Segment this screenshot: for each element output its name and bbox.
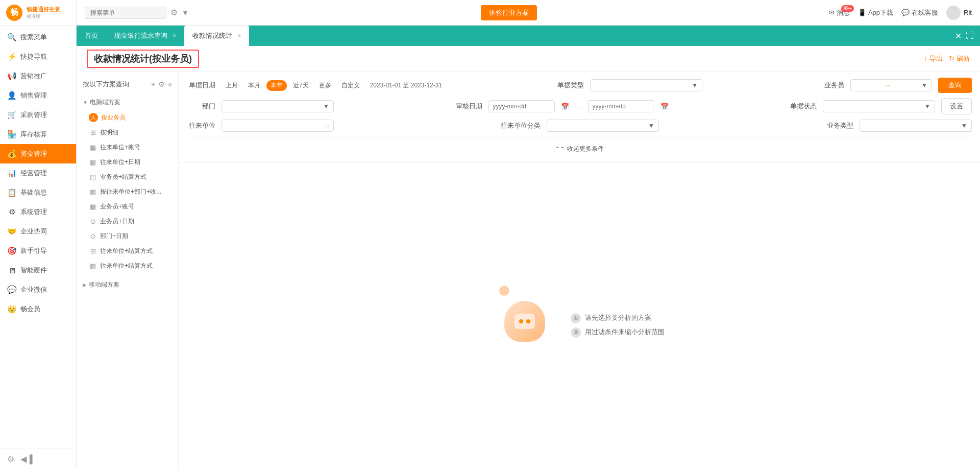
scheme-item-partner-settlement1[interactable]: ⊞ 往来单位+结算方式 [77,244,178,259]
tab-close-all-icon[interactable]: ✕ [955,31,962,41]
settings-btn[interactable]: 设置 [941,98,972,114]
scheme-item-label: 按明细 [100,128,118,137]
member-icon: 👑 [7,304,16,314]
sidebar-item-search-menu[interactable]: 🔍 搜索菜单 [0,28,76,47]
scheme-item-salesperson-account[interactable]: ▦ 业务员+账号 [77,199,178,214]
clock-icon: ⊙ [89,218,97,226]
hint-text-2: 用过滤条件来缩小分析范围 [585,327,665,337]
sidebar-item-basic-info[interactable]: 📋 基础信息 [0,183,76,202]
scheme-item-salesperson-settlement[interactable]: ▤ 业务员+结算方式 [77,170,178,184]
body-layout: 按以下方案查询 + ⚙ « ▼ 电脑端方案 人 按业务员 [77,72,980,469]
scheme-group-mobile-header[interactable]: ▶ 移动端方案 [77,277,178,292]
sidebar-item-finance[interactable]: 💰 资金管理 [0,144,76,163]
page-title: 收款情况统计(按业务员) [87,50,199,68]
scheme-item-label: 往来单位+结算方式 [100,262,153,270]
date-tab-7days[interactable]: 近7天 [289,80,313,91]
header-dropdown-icon[interactable]: ▼ [182,9,189,17]
sidebar-item-quick-nav[interactable]: ⚡ 快捷导航 [0,47,76,66]
date-tab-custom[interactable]: 自定义 [337,80,364,91]
tab-fullscreen-icon[interactable]: ⛶ [966,31,974,40]
refresh-btn[interactable]: ↻ 刷新 [949,54,970,63]
scheme-item-detail[interactable]: ⊞ 按明细 [77,125,178,140]
date-tab-this-year[interactable]: 本年 [266,80,287,91]
scheme-item-partner-dept[interactable]: ▦ 按往来单位+部门+收... [77,184,178,199]
dept-dropdown-icon: ▼ [323,103,329,110]
approval-date-from[interactable] [488,100,555,112]
tab-home[interactable]: 首页 [77,26,106,46]
date-tab-more[interactable]: 更多 [315,80,335,91]
sidebar: 畅 畅捷通好生意 标准版 🔍 搜索菜单 ⚡ 快捷导航 📢 营销推广 👤 销售管理… [0,0,77,469]
filter-row-1: 单据日期 上月 本月 本年 近7天 更多 自定义 2023-01-01 至 20… [187,78,972,93]
tab-bank-flow-close[interactable]: × [173,32,176,39]
scheme-item-partner-date[interactable]: ▦ 往来单位+日期 [77,155,178,170]
calendar-to-icon[interactable]: 📅 [660,103,669,110]
date-tab-this-month[interactable]: 本月 [244,80,264,91]
export-btn[interactable]: ↑ 导出 [924,54,943,63]
tab-receipt-stats-close[interactable]: × [237,32,241,39]
search-menu-input[interactable] [85,7,166,19]
scheme-item-partner-settlement2[interactable]: ▦ 往来单位+结算方式 [77,259,178,273]
sidebar-item-label: 企业协同 [20,227,47,236]
sidebar-item-label: 营销推广 [20,72,47,81]
sidebar-settings-icon[interactable]: ⚙ [7,454,14,464]
scheme-item-salesperson-date[interactable]: ⊙ 业务员+日期 [77,214,178,229]
sidebar-item-wechat[interactable]: 💬 企业微信 [0,280,76,299]
tab-receipt-stats[interactable]: 收款情况统计 × [184,26,249,46]
sidebar-item-member[interactable]: 👑 畅会员 [0,299,76,319]
scheme-group-desktop-header[interactable]: ▼ 电脑端方案 [77,95,178,110]
sidebar-item-smart-hw[interactable]: 🖥 智能硬件 [0,261,76,280]
sidebar-item-sales[interactable]: 👤 销售管理 [0,86,76,105]
doc-status-select[interactable]: ▼ [823,100,935,112]
scheme-item-by-salesperson[interactable]: 人 按业务员 [77,110,178,125]
empty-hints: ① 请先选择要分析的方案 ② 用过滤条件来缩小分析范围 [571,313,665,342]
sidebar-item-guide[interactable]: 🎯 新手引导 [0,241,76,261]
table3-icon: ▦ [89,188,97,196]
scheme-add-icon[interactable]: + [151,80,155,88]
sidebar-item-purchase[interactable]: 🛒 采购管理 [0,105,76,125]
online-service-btn[interactable]: 💬 在线客服 [901,8,938,17]
hint-num-1: ① [571,313,581,323]
filter-area: 单据日期 上月 本月 本年 近7天 更多 自定义 2023-01-01 至 20… [179,72,980,163]
partner-category-select[interactable]: ▼ [547,120,659,132]
sidebar-collapse-icon[interactable]: ◀▐ [20,454,32,464]
salesperson-more-icon[interactable]: ··· [886,82,891,89]
collapse-more-btn[interactable]: ⌃⌃ 收起更多条件 [552,142,607,156]
partner-more-icon[interactable]: ··· [324,122,329,129]
robot-eye-right [526,319,530,323]
salesperson-select[interactable]: ··· ▼ [850,79,932,91]
scheme-item-partner-account[interactable]: ▦ 往来单位+账号 [77,140,178,155]
dept-select[interactable]: ▼ [222,100,334,112]
scheme-settings-icon[interactable]: ⚙ [158,80,165,88]
sidebar-item-marketing[interactable]: 📢 营销推广 [0,66,76,86]
header-right: ✉ 消息 99+ 📱 App下载 💬 在线客服 Rit [829,6,972,20]
header-gear-icon[interactable]: ⚙ [170,8,178,17]
message-btn[interactable]: ✉ 消息 99+ [829,8,850,17]
partner-select[interactable]: ··· [222,120,334,132]
date-tab-last-month[interactable]: 上月 [222,80,242,91]
message-icon: ✉ [829,9,835,16]
doc-type-select[interactable]: ▼ [590,79,702,91]
export-icon: ↑ [924,55,928,62]
scheme-collapse-icon[interactable]: « [168,80,172,88]
sidebar-item-inventory[interactable]: 🏪 库存核算 [0,125,76,144]
message-badge: 99+ [841,5,854,12]
trial-btn[interactable]: 体验行业方案 [481,5,537,20]
app-download-btn[interactable]: 📱 App下载 [858,8,893,17]
tab-bank-flow[interactable]: 现金银行流水查询 × [106,26,184,46]
sidebar-item-label: 基础信息 [20,188,47,197]
user-profile[interactable]: Rit [946,6,972,20]
approval-date-to[interactable] [588,100,654,112]
doc-status-dropdown-icon: ▼ [924,103,930,110]
sidebar-item-system[interactable]: ⚙ 系统管理 [0,202,76,222]
calendar-from-icon[interactable]: 📅 [561,103,569,110]
doc-status-label: 单据状态 [788,102,817,111]
sidebar-item-enterprise[interactable]: 🤝 企业协同 [0,222,76,241]
scheme-item-dept-date[interactable]: ⊙ 部门+日期 [77,229,178,244]
biz-type-select[interactable]: ▼ [860,120,972,132]
grid-icon: ⊞ [89,247,97,255]
barchart-icon: ▤ [89,173,97,181]
enterprise-icon: 🤝 [7,227,16,236]
sidebar-item-operation[interactable]: 📊 经营管理 [0,163,76,183]
query-btn[interactable]: 查询 [938,78,972,93]
sidebar-item-label: 新手引导 [20,246,47,255]
